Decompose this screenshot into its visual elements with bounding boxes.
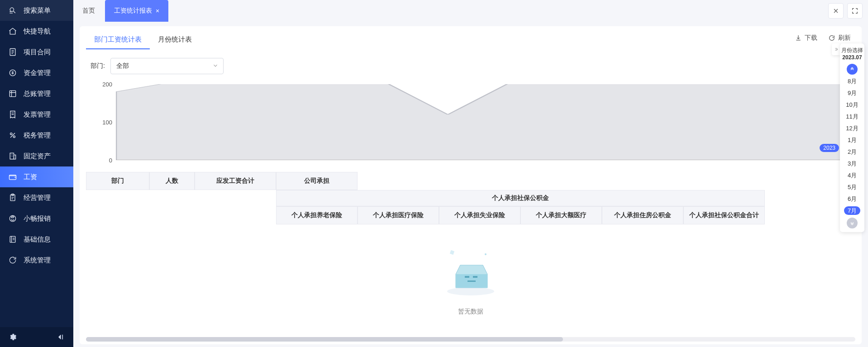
- gear-cycle-icon: [8, 256, 17, 265]
- svg-rect-7: [14, 155, 16, 159]
- svg-rect-3: [10, 90, 15, 96]
- sidebar-item-6[interactable]: 税务管理: [0, 125, 73, 146]
- th-total-pay: 应发工资合计: [195, 172, 276, 190]
- sidebar-item-label: 固定资产: [24, 152, 51, 161]
- svg-rect-6: [10, 153, 14, 159]
- sidebar-item-12[interactable]: 系统管理: [0, 250, 73, 271]
- svg-rect-21: [450, 250, 454, 255]
- sidebar-item-label: 项目合同: [24, 48, 51, 57]
- sidebar-item-label: 税务管理: [24, 131, 51, 140]
- dept-select[interactable]: 全部: [110, 58, 224, 74]
- month-selector-panel: 月份选择 2023.07 8月9月10月11月12月 1月2月3月4月5月6月7…: [840, 43, 864, 232]
- ytick-label: 0: [91, 157, 112, 164]
- receipt-icon: [8, 110, 17, 119]
- month-panel-collapse-button[interactable]: [832, 43, 840, 55]
- clipboard-icon: [8, 193, 17, 202]
- home-icon: [8, 27, 17, 36]
- sidebar-item-label: 总账管理: [24, 90, 51, 98]
- settings-icon[interactable]: [9, 333, 17, 341]
- month-item[interactable]: 9月: [846, 87, 858, 99]
- table: 部门 人数 应发工资合计 个人承担社保公积金 个人承担养老保险 个人承担医疗保险…: [86, 172, 855, 334]
- month-item[interactable]: 1月: [844, 134, 860, 146]
- main: 首页 工资统计报表 × 部门工资统计表 月份统计表: [73, 0, 868, 347]
- empty-state: 暂无数据: [86, 224, 855, 319]
- sidebar-item-10[interactable]: 小畅报销: [0, 208, 73, 229]
- th-c2: 个人承担医疗保险: [358, 206, 439, 224]
- th-dept: 部门: [86, 172, 149, 190]
- sidebar-item-9[interactable]: 经营管理: [0, 187, 73, 208]
- chart: 0100200: [80, 81, 862, 172]
- sidebar-item-label: 小畅报销: [24, 214, 51, 223]
- tab-home[interactable]: 首页: [73, 0, 104, 22]
- scrollbar-thumb[interactable]: [86, 337, 563, 342]
- sidebar-item-label: 经营管理: [24, 194, 51, 202]
- sidebar-item-1[interactable]: 快捷导航: [0, 21, 73, 42]
- subtab-dept-label: 部门工资统计表: [94, 35, 142, 43]
- th-personal-group: 个人承担社保公积金: [276, 190, 765, 206]
- month-item[interactable]: 4月: [844, 170, 860, 181]
- coin-icon: [8, 68, 17, 77]
- year-badge: 2023: [820, 144, 839, 152]
- month-item[interactable]: 5月: [844, 181, 860, 193]
- month-item[interactable]: 7月: [844, 205, 860, 217]
- svg-point-20: [485, 253, 486, 255]
- download-icon: [795, 34, 802, 42]
- refresh-button[interactable]: 刷新: [828, 34, 851, 42]
- month-item[interactable]: 2月: [844, 146, 860, 158]
- sidebar-item-7[interactable]: 固定资产: [0, 146, 73, 166]
- month-item[interactable]: 10月: [846, 99, 858, 111]
- th-c5: 个人承担住房公积金: [602, 206, 683, 224]
- tab-home-label: 首页: [82, 7, 95, 15]
- tab-salary-report[interactable]: 工资统计报表 ×: [105, 0, 168, 22]
- empty-text: 暂无数据: [458, 308, 483, 316]
- subtab-dept[interactable]: 部门工资统计表: [86, 31, 150, 49]
- month-item[interactable]: 11月: [846, 111, 858, 123]
- svg-rect-18: [473, 276, 477, 278]
- sidebar-item-2[interactable]: 项目合同: [0, 42, 73, 62]
- svg-point-4: [10, 133, 12, 135]
- sidebar: 搜索菜单快捷导航项目合同资金管理总账管理发票管理税务管理固定资产工资经营管理小畅…: [0, 0, 73, 347]
- close-icon[interactable]: ×: [156, 8, 159, 14]
- horizontal-scrollbar[interactable]: [86, 337, 855, 342]
- ytick-label: 100: [91, 119, 112, 126]
- tab-salary-report-label: 工资统计报表: [114, 7, 152, 15]
- sidebar-item-8[interactable]: 工资: [0, 166, 73, 187]
- sidebar-item-3[interactable]: 资金管理: [0, 62, 73, 83]
- th-count: 人数: [149, 172, 195, 190]
- document-icon: [8, 48, 17, 57]
- refund-icon: [8, 214, 17, 223]
- dept-select-value: 全部: [116, 62, 129, 70]
- close-all-tabs-button[interactable]: [828, 3, 844, 19]
- download-label: 下载: [805, 34, 817, 42]
- content-panel: 部门工资统计表 月份统计表 下载 刷新 部门:: [80, 26, 862, 344]
- download-button[interactable]: 下载: [795, 34, 817, 42]
- sidebar-item-4[interactable]: 总账管理: [0, 83, 73, 104]
- month-item[interactable]: 6月: [844, 193, 860, 205]
- chevron-down-icon: [212, 62, 219, 70]
- month-item[interactable]: 12月: [846, 123, 858, 134]
- subtab-month-label: 月份统计表: [158, 35, 192, 43]
- subtabs: 部门工资统计表 月份统计表: [80, 26, 200, 49]
- sidebar-item-label: 系统管理: [24, 256, 51, 265]
- sidebar-item-5[interactable]: 发票管理: [0, 104, 73, 125]
- sidebar-footer: [0, 327, 73, 347]
- fullscreen-button[interactable]: [847, 3, 863, 19]
- month-scroll-up-button[interactable]: [847, 64, 858, 75]
- svg-point-14: [447, 287, 494, 295]
- dept-filter-label: 部门:: [91, 62, 105, 70]
- month-item[interactable]: 3月: [844, 158, 860, 170]
- search-list-icon: [8, 6, 17, 15]
- subtab-month[interactable]: 月份统计表: [150, 31, 200, 49]
- month-scroll-down-button[interactable]: [847, 218, 858, 228]
- ledger-icon: [8, 89, 17, 98]
- wallet-icon: [8, 172, 17, 181]
- month-item[interactable]: 8月: [846, 76, 858, 87]
- filters: 部门: 全部: [80, 50, 862, 81]
- sidebar-item-label: 快捷导航: [24, 27, 51, 36]
- sidebar-item-label: 搜索菜单: [24, 6, 51, 15]
- collapse-sidebar-icon[interactable]: [56, 333, 64, 341]
- sidebar-item-0[interactable]: 搜索菜单: [0, 0, 73, 21]
- th-c1: 个人承担养老保险: [276, 206, 358, 224]
- sidebar-item-11[interactable]: 基础信息: [0, 229, 73, 250]
- svg-rect-17: [465, 276, 469, 278]
